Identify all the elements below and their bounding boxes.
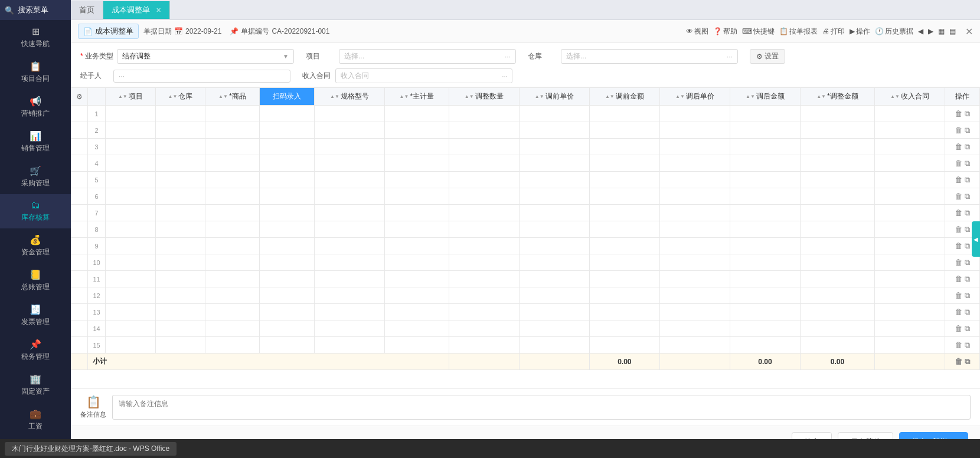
cell-scan-15[interactable] <box>259 337 314 354</box>
cell-postup-6[interactable] <box>659 188 730 205</box>
delete-icon-13[interactable]: 🗑 <box>955 307 962 317</box>
cell-product-11[interactable] <box>205 271 259 287</box>
cell-warehouse-2[interactable] <box>155 122 205 139</box>
cell-product-2[interactable] <box>205 122 259 139</box>
sidebar-item-invoice-mgmt[interactable]: 🧾 发票管理 <box>0 298 71 333</box>
delete-icon-9[interactable]: 🗑 <box>955 241 962 251</box>
delete-icon-15[interactable]: 🗑 <box>955 341 962 350</box>
cell-adjamt-6[interactable] <box>801 188 875 205</box>
setting-button[interactable]: ⚙ 设置 <box>750 49 785 64</box>
delete-icon-6[interactable]: 🗑 <box>955 192 962 201</box>
cell-unit-1[interactable] <box>385 106 449 122</box>
operate-btn[interactable]: ▶ 操作 <box>850 27 870 37</box>
cell-scan-1[interactable] <box>259 106 314 122</box>
col-pre-unit-price[interactable]: ▲▼调前单价 <box>519 88 589 106</box>
cell-postup-12[interactable] <box>659 287 730 304</box>
cell-spec-9[interactable] <box>314 238 384 254</box>
cell-unit-10[interactable] <box>385 254 449 271</box>
cell-scan-8[interactable] <box>259 221 314 238</box>
cell-preup-15[interactable] <box>519 337 589 354</box>
cell-postamt-7[interactable] <box>730 205 800 221</box>
cell-scan-10[interactable] <box>259 254 314 271</box>
cell-preamt-8[interactable] <box>589 221 659 238</box>
cell-adjamt-9[interactable] <box>801 238 875 254</box>
cell-preup-4[interactable] <box>519 155 589 172</box>
cell-adjamt-12[interactable] <box>801 287 875 304</box>
copy-icon-4[interactable]: ⧉ <box>965 159 970 168</box>
col-income-contract[interactable]: ▲▼收入合同 <box>874 88 945 106</box>
copy-icon-14[interactable]: ⧉ <box>965 324 970 333</box>
sidebar-item-capital-mgmt[interactable]: 💰 资金管理 <box>0 228 71 263</box>
cell-unit-9[interactable] <box>385 238 449 254</box>
cell-spec-15[interactable] <box>314 337 384 354</box>
col-post-unit-price[interactable]: ▲▼调后单价 <box>659 88 730 106</box>
cell-scan-3[interactable] <box>259 139 314 155</box>
cell-postup-10[interactable] <box>659 254 730 271</box>
cell-project-15[interactable] <box>106 337 156 354</box>
cell-postamt-12[interactable] <box>730 287 800 304</box>
cell-income-4[interactable] <box>874 155 945 172</box>
cell-preamt-7[interactable] <box>589 205 659 221</box>
cell-income-12[interactable] <box>874 287 945 304</box>
cell-preamt-6[interactable] <box>589 188 659 205</box>
cell-product-10[interactable] <box>205 254 259 271</box>
col-project[interactable]: ▲▼项目 <box>106 88 156 106</box>
help-btn[interactable]: ❓ 帮助 <box>713 27 737 37</box>
col-unit[interactable]: ▲▼*主计量 <box>385 88 449 106</box>
note-input[interactable] <box>112 395 971 420</box>
cell-adjamt-13[interactable] <box>801 304 875 320</box>
cell-income-9[interactable] <box>874 238 945 254</box>
cell-adjamt-2[interactable] <box>801 122 875 139</box>
cell-postup-4[interactable] <box>659 155 730 172</box>
cell-product-13[interactable] <box>205 304 259 320</box>
cell-project-9[interactable] <box>106 238 156 254</box>
delete-icon-4[interactable]: 🗑 <box>955 159 962 168</box>
right-edge-toggle[interactable]: ◀ <box>972 221 980 257</box>
cell-unit-2[interactable] <box>385 122 449 139</box>
shortcut-btn[interactable]: ⌨ 快捷键 <box>742 27 775 37</box>
biz-type-field[interactable]: 结存调整 ▼ <box>117 49 294 64</box>
cell-preamt-5[interactable] <box>589 172 659 188</box>
cell-warehouse-6[interactable] <box>155 188 205 205</box>
col-post-amount[interactable]: ▲▼调后金额 <box>730 88 800 106</box>
cell-income-5[interactable] <box>874 172 945 188</box>
cell-spec-5[interactable] <box>314 172 384 188</box>
delete-icon-3[interactable]: 🗑 <box>955 142 962 152</box>
cell-scan-13[interactable] <box>259 304 314 320</box>
cell-warehouse-9[interactable] <box>155 238 205 254</box>
cell-preup-12[interactable] <box>519 287 589 304</box>
sidebar-item-fixed-assets[interactable]: 🏢 固定资产 <box>0 368 71 403</box>
cell-adjqty-11[interactable] <box>449 271 519 287</box>
cell-adjqty-2[interactable] <box>449 122 519 139</box>
cell-postamt-9[interactable] <box>730 238 800 254</box>
cell-project-4[interactable] <box>106 155 156 172</box>
cell-income-10[interactable] <box>874 254 945 271</box>
cell-unit-11[interactable] <box>385 271 449 287</box>
cell-spec-6[interactable] <box>314 188 384 205</box>
cell-adjqty-14[interactable] <box>449 320 519 337</box>
cell-preup-13[interactable] <box>519 304 589 320</box>
cell-warehouse-12[interactable] <box>155 287 205 304</box>
cell-income-1[interactable] <box>874 106 945 122</box>
cell-spec-1[interactable] <box>314 106 384 122</box>
cell-warehouse-15[interactable] <box>155 337 205 354</box>
cell-unit-13[interactable] <box>385 304 449 320</box>
cell-postup-3[interactable] <box>659 139 730 155</box>
cell-product-1[interactable] <box>205 106 259 122</box>
cell-preamt-9[interactable] <box>589 238 659 254</box>
cell-preup-9[interactable] <box>519 238 589 254</box>
cell-unit-7[interactable] <box>385 205 449 221</box>
cell-postamt-11[interactable] <box>730 271 800 287</box>
cell-preup-3[interactable] <box>519 139 589 155</box>
cell-postup-2[interactable] <box>659 122 730 139</box>
cell-postup-9[interactable] <box>659 238 730 254</box>
cell-adjamt-7[interactable] <box>801 205 875 221</box>
delete-icon-14[interactable]: 🗑 <box>955 324 962 333</box>
cell-postamt-2[interactable] <box>730 122 800 139</box>
cell-adjamt-1[interactable] <box>801 106 875 122</box>
cell-postup-11[interactable] <box>659 271 730 287</box>
cell-preamt-10[interactable] <box>589 254 659 271</box>
delete-icon-10[interactable]: 🗑 <box>955 258 962 267</box>
cell-postamt-15[interactable] <box>730 337 800 354</box>
cell-unit-5[interactable] <box>385 172 449 188</box>
